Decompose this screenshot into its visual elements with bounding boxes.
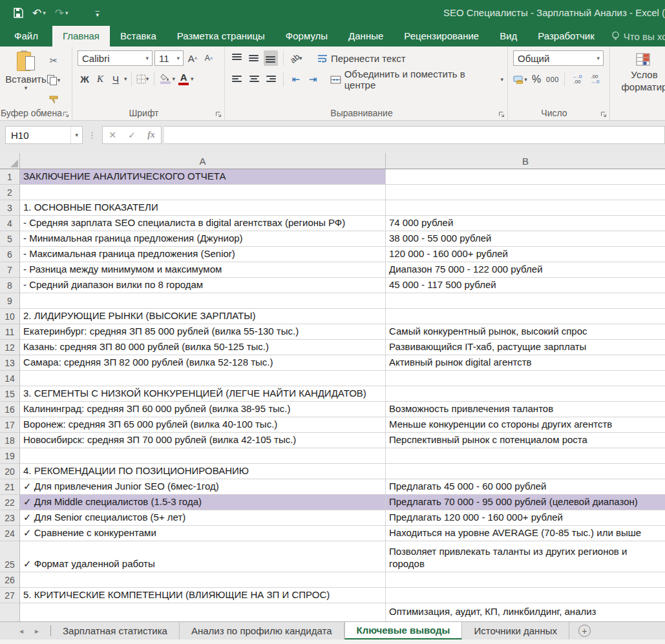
cell-A6[interactable]: - Максимальная граница предложения (Seni… bbox=[20, 247, 386, 262]
cell-B25[interactable]: Позволяет привлекать таланты из других р… bbox=[386, 541, 665, 572]
cell-A11[interactable]: Екатеринбург: средняя ЗП 85 000 рублей (… bbox=[20, 324, 386, 340]
redo-dropdown-icon[interactable]: ▾ bbox=[65, 10, 69, 16]
cell-B14[interactable] bbox=[386, 371, 665, 386]
cell-B16[interactable]: Возможность привлечения талантов bbox=[386, 402, 665, 417]
cell-A25[interactable]: ✓ Формат удаленной работы bbox=[20, 541, 386, 572]
align-top-icon[interactable] bbox=[230, 50, 244, 66]
row-header-15[interactable]: 15 bbox=[0, 386, 20, 402]
ribbon-tab-главная[interactable]: Главная bbox=[52, 26, 110, 47]
row-header-7[interactable]: 7 bbox=[0, 262, 20, 278]
cell-A8[interactable]: - Средний диапазон вилки по 8 городам bbox=[20, 278, 386, 293]
cell-B26[interactable] bbox=[386, 572, 665, 588]
cell-B4[interactable]: 74 000 рублей bbox=[386, 216, 665, 231]
name-box-dropdown-icon[interactable]: ▾ bbox=[70, 127, 82, 143]
number-format-combo[interactable]: Общий▾ bbox=[513, 50, 604, 66]
row-header-14[interactable]: 14 bbox=[0, 371, 20, 386]
name-box[interactable]: H10 ▾ bbox=[5, 126, 83, 144]
number-dialog-launcher-icon[interactable] bbox=[600, 111, 607, 118]
cancel-icon[interactable]: ✕ bbox=[103, 130, 122, 140]
cell-A26[interactable] bbox=[20, 572, 386, 588]
cell-A19[interactable] bbox=[20, 448, 386, 464]
clipboard-dialog-launcher-icon[interactable] bbox=[63, 111, 69, 118]
cell-B17[interactable]: Меньше конкуренции со стороны других аге… bbox=[386, 417, 665, 433]
italic-button[interactable]: К bbox=[93, 71, 107, 87]
cell-A12[interactable]: Казань: средняя ЗП 80 000 рублей (вилка … bbox=[20, 340, 386, 355]
cell-A1[interactable]: ЗАКЛЮЧЕНИЕ АНАЛИТИЧЕСКОГО ОТЧЕТА bbox=[20, 169, 386, 185]
row-header-23[interactable]: 23 bbox=[0, 510, 20, 526]
increase-decimal-icon[interactable]: ←.0.00 bbox=[569, 74, 585, 85]
row-header-8[interactable]: 8 bbox=[0, 278, 20, 293]
row-header-11[interactable]: 11 bbox=[0, 324, 20, 340]
cell-B8[interactable]: 45 000 - 117 500 рублей bbox=[386, 278, 665, 293]
cell-A27[interactable]: 5. КРИТИЧЕСКИЕ КОМПЕТЕНЦИИ (ВЛИЯЮЩИЕ НА … bbox=[20, 588, 386, 603]
cell-A14[interactable] bbox=[20, 371, 386, 386]
cell-B7[interactable]: Диапазон 75 000 - 122 000 рублей bbox=[386, 262, 665, 278]
ribbon-tab-разработчик[interactable]: Разработчик bbox=[527, 26, 604, 47]
row-header-19[interactable]: 19 bbox=[0, 448, 20, 464]
row-header-5[interactable]: 5 bbox=[0, 231, 20, 247]
cell-A16[interactable]: Калининград: средняя ЗП 60 000 рублей (в… bbox=[20, 402, 386, 417]
row-header-16[interactable]: 16 bbox=[0, 402, 20, 417]
sheet-tab-источники-данных[interactable]: Источники данных bbox=[462, 622, 569, 639]
font-size-combo[interactable]: 11▾ bbox=[154, 50, 184, 66]
cell-B1[interactable] bbox=[386, 169, 665, 185]
cell-B18[interactable]: Перспективный рынок с потенциалом роста bbox=[386, 433, 665, 448]
cell-A17[interactable]: Воронеж: средняя ЗП 65 000 рублей (вилка… bbox=[20, 417, 386, 433]
row-header-1[interactable]: 1 bbox=[0, 169, 20, 185]
row-header-9[interactable]: 9 bbox=[0, 293, 20, 309]
cell-A2[interactable] bbox=[20, 185, 386, 200]
formula-input[interactable] bbox=[164, 126, 665, 144]
column-header-b[interactable]: B bbox=[386, 153, 665, 169]
paste-button[interactable]: Вставить ▾ bbox=[5, 50, 47, 107]
wrap-text-button[interactable]: Перенести текст bbox=[317, 50, 406, 66]
cell-B3[interactable] bbox=[386, 200, 665, 216]
cell-B22[interactable]: Предлагать 70 000 - 95 000 рублей (целев… bbox=[386, 495, 665, 510]
insert-function-icon[interactable]: fx bbox=[142, 130, 161, 140]
row-header-28[interactable]: 28 bbox=[0, 603, 20, 621]
orientation-icon[interactable]: ab▾ bbox=[289, 50, 303, 66]
cell-B2[interactable] bbox=[386, 185, 665, 200]
row-header-20[interactable]: 20 bbox=[0, 464, 20, 479]
fill-color-dropdown-icon[interactable]: ▾ bbox=[173, 76, 176, 82]
row-header-18[interactable]: 18 bbox=[0, 433, 20, 448]
borders-icon[interactable]: ▾ bbox=[136, 71, 150, 87]
cell-A24[interactable]: ✓ Сравнение с конкурентами bbox=[20, 526, 386, 541]
row-header-17[interactable]: 17 bbox=[0, 417, 20, 433]
row-header-6[interactable]: 6 bbox=[0, 247, 20, 262]
merge-dropdown-icon[interactable]: ▾ bbox=[500, 76, 503, 83]
ribbon-tab-вид[interactable]: Вид bbox=[489, 26, 527, 47]
row-header-22[interactable]: 22 bbox=[0, 495, 20, 510]
column-header-a[interactable]: A bbox=[20, 153, 386, 169]
cell-B28[interactable]: Оптимизация, аудит, КП, линкбилдинг, ана… bbox=[386, 603, 665, 621]
accounting-format-icon[interactable]: ▾ bbox=[513, 72, 527, 87]
row-header-21[interactable]: 21 bbox=[0, 479, 20, 495]
cell-A4[interactable]: - Средняя зарплата SEO специалиста в dig… bbox=[20, 216, 386, 231]
cell-A18[interactable]: Новосибирск: средняя ЗП 70 000 рублей (в… bbox=[20, 433, 386, 448]
align-right-icon[interactable] bbox=[264, 72, 278, 87]
increase-indent-icon[interactable]: ⇥ bbox=[306, 72, 320, 87]
align-left-icon[interactable] bbox=[230, 72, 244, 87]
cell-B27[interactable] bbox=[386, 588, 665, 603]
cell-A7[interactable]: - Разница между минимумом и максимумом bbox=[20, 262, 386, 278]
ribbon-tab-данные[interactable]: Данные bbox=[338, 26, 394, 47]
align-center-icon[interactable] bbox=[247, 72, 261, 87]
cell-B21[interactable]: Предлагать 45 000 - 60 000 рублей bbox=[386, 479, 665, 495]
cell-B23[interactable]: Предлагать 120 000 - 160 000+ рублей bbox=[386, 510, 665, 526]
ribbon-tab-формулы[interactable]: Формулы bbox=[275, 26, 338, 47]
align-middle-icon[interactable] bbox=[247, 50, 261, 66]
row-header-13[interactable]: 13 bbox=[0, 355, 20, 371]
cell-B9[interactable] bbox=[386, 293, 665, 309]
row-header-26[interactable]: 26 bbox=[0, 572, 20, 588]
cell-A5[interactable]: - Минимальная граница предложения (Джуни… bbox=[20, 231, 386, 247]
bold-button[interactable]: Ж bbox=[78, 71, 92, 87]
undo-button[interactable]: ↶▾ bbox=[32, 6, 46, 20]
ribbon-tab-разметка-страницы[interactable]: Разметка страницы bbox=[167, 26, 275, 47]
increase-font-size-icon[interactable]: А˄ bbox=[185, 50, 200, 66]
cell-B6[interactable]: 120 000 - 160 000+ рублей bbox=[386, 247, 665, 262]
font-name-combo[interactable]: Calibri▾ bbox=[78, 50, 153, 66]
sheet-prev-icon[interactable]: ◂ bbox=[19, 627, 23, 636]
format-painter-icon[interactable] bbox=[47, 92, 61, 107]
cell-A21[interactable]: ✓ Для привлечения Junior SEO (6мес-1год) bbox=[20, 479, 386, 495]
cell-A23[interactable]: ✓ Для Senior специалистов (5+ лет) bbox=[20, 510, 386, 526]
merge-center-button[interactable]: Объединить и поместить в центре ▾ bbox=[330, 72, 503, 87]
